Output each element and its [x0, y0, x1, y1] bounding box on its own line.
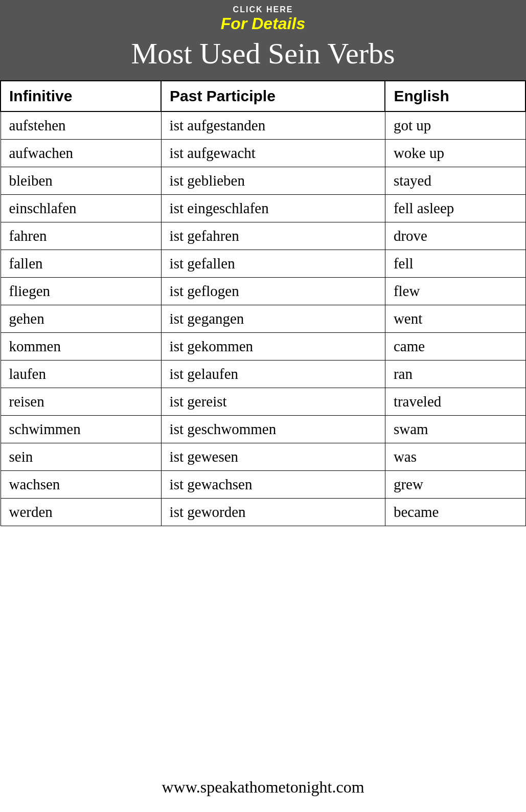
table-row: laufenist gelaufenran: [1, 360, 525, 388]
cell-past-participle: ist aufgewacht: [161, 139, 385, 167]
cell-english: fell: [385, 250, 525, 277]
cell-past-participle: ist aufgestanden: [161, 111, 385, 140]
cell-english: traveled: [385, 388, 525, 415]
table-row: aufstehenist aufgestandengot up: [1, 111, 525, 140]
cell-infinitive: aufwachen: [1, 139, 161, 167]
cell-infinitive: gehen: [1, 305, 161, 332]
footer-url: www.speakathometonight.com: [10, 778, 516, 797]
cell-english: ran: [385, 360, 525, 388]
table-row: seinist gewesenwas: [1, 443, 525, 470]
table-row: kommenist gekommencame: [1, 332, 525, 360]
table-row: bleibenist gebliebenstayed: [1, 167, 525, 194]
table-row: aufwachenist aufgewachtwoke up: [1, 139, 525, 167]
cell-infinitive: laufen: [1, 360, 161, 388]
cell-past-participle: ist gereist: [161, 388, 385, 415]
cell-infinitive: bleiben: [1, 167, 161, 194]
column-header-infinitive: Infinitive: [1, 81, 161, 111]
cell-infinitive: aufstehen: [1, 111, 161, 140]
cell-infinitive: fliegen: [1, 277, 161, 305]
cell-english: stayed: [385, 167, 525, 194]
column-header-past-participle: Past Participle: [161, 81, 385, 111]
cell-infinitive: sein: [1, 443, 161, 470]
verb-table-container: Infinitive Past Participle English aufst…: [0, 80, 526, 757]
cell-past-participle: ist geschwommen: [161, 415, 385, 443]
cell-past-participle: ist gewesen: [161, 443, 385, 470]
cell-english: woke up: [385, 139, 525, 167]
table-row: einschlafenist eingeschlafenfell asleep: [1, 194, 525, 222]
table-row: fahrenist gefahrendrove: [1, 222, 525, 250]
cell-infinitive: fallen: [1, 250, 161, 277]
cell-past-participle: ist geworden: [161, 498, 385, 526]
cell-past-participle: ist gegangen: [161, 305, 385, 332]
table-header-row: Infinitive Past Participle English: [1, 81, 525, 111]
cell-infinitive: reisen: [1, 388, 161, 415]
cell-infinitive: einschlafen: [1, 194, 161, 222]
table-row: fliegenist geflogenflew: [1, 277, 525, 305]
cell-english: was: [385, 443, 525, 470]
cell-english: got up: [385, 111, 525, 140]
cell-infinitive: wachsen: [1, 470, 161, 498]
cell-infinitive: werden: [1, 498, 161, 526]
for-details-link[interactable]: For Details: [221, 14, 305, 33]
cell-infinitive: schwimmen: [1, 415, 161, 443]
page-header: CLICK HERE For Details Most Used Sein Ve…: [0, 0, 526, 80]
cell-english: went: [385, 305, 525, 332]
cell-past-participle: ist gefallen: [161, 250, 385, 277]
table-row: werdenist gewordenbecame: [1, 498, 525, 526]
cell-english: grew: [385, 470, 525, 498]
cell-past-participle: ist gefahren: [161, 222, 385, 250]
cell-past-participle: ist eingeschlafen: [161, 194, 385, 222]
cell-english: swam: [385, 415, 525, 443]
table-row: reisenist gereisttraveled: [1, 388, 525, 415]
column-header-english: English: [385, 81, 525, 111]
cell-english: fell asleep: [385, 194, 525, 222]
table-row: wachsenist gewachsengrew: [1, 470, 525, 498]
cell-english: became: [385, 498, 525, 526]
table-row: schwimmenist geschwommenswam: [1, 415, 525, 443]
cell-past-participle: ist gelaufen: [161, 360, 385, 388]
cell-past-participle: ist geflogen: [161, 277, 385, 305]
cell-past-participle: ist geblieben: [161, 167, 385, 194]
cell-english: flew: [385, 277, 525, 305]
cell-english: drove: [385, 222, 525, 250]
click-here-label: CLICK HERE: [10, 5, 516, 14]
table-row: gehenist gegangenwent: [1, 305, 525, 332]
cell-past-participle: ist gewachsen: [161, 470, 385, 498]
cell-infinitive: kommen: [1, 332, 161, 360]
cell-past-participle: ist gekommen: [161, 332, 385, 360]
cell-english: came: [385, 332, 525, 360]
table-row: fallenist gefallenfell: [1, 250, 525, 277]
page-footer: www.speakathometonight.com: [0, 757, 526, 812]
verb-table: Infinitive Past Participle English aufst…: [0, 80, 526, 526]
cell-infinitive: fahren: [1, 222, 161, 250]
page-title: Most Used Sein Verbs: [10, 37, 516, 70]
